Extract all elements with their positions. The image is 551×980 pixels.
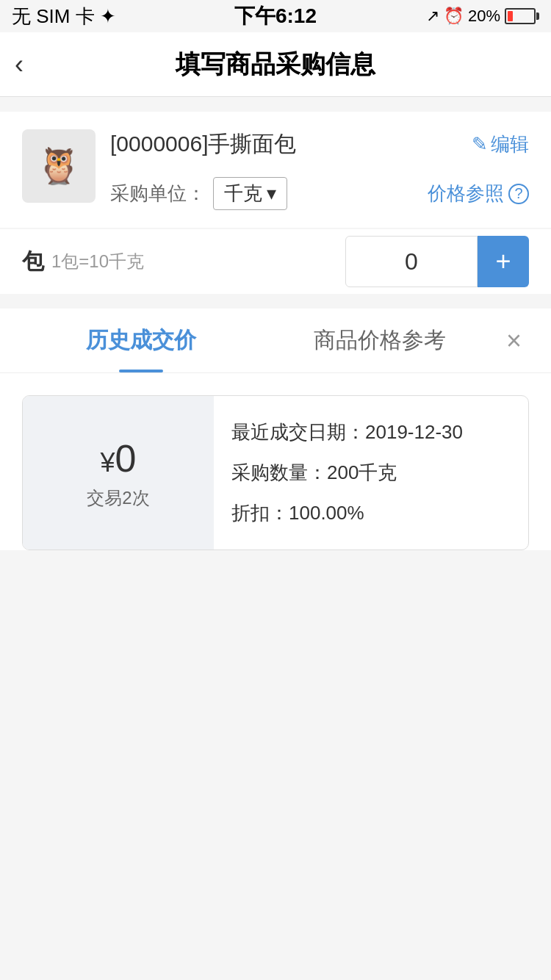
price-left-panel: ¥0 交易2次 <box>23 396 214 550</box>
price-right-panel: 最近成交日期：2019-12-30 采购数量：200千克 折扣：100.00% <box>214 396 528 550</box>
discount-row: 折扣：100.00% <box>231 499 511 527</box>
edit-button[interactable]: ✎ 编辑 <box>472 131 529 157</box>
page-title: 填写商品采购信息 <box>176 48 375 82</box>
quantity-input[interactable]: 0 <box>345 236 478 287</box>
product-card: 🦉 [0000006]手撕面包 ✎ 编辑 采购单位： 千克 ▾ 价格参照 <box>0 112 551 228</box>
status-bar: 无 SIM 卡 ✦ 下午6:12 ↗ ⏰ 20% <box>0 0 551 32</box>
product-header: [0000006]手撕面包 ✎ 编辑 <box>110 129 529 159</box>
price-card: ¥0 交易2次 最近成交日期：2019-12-30 采购数量：200千克 折扣：… <box>22 395 529 550</box>
tab-underline <box>119 370 163 372</box>
alarm-icon: ⏰ <box>444 7 464 26</box>
quantity-row: 包 1包=10千克 0 + <box>0 229 551 294</box>
price-amount: ¥0 <box>101 436 137 480</box>
location-icon: ↗ <box>426 7 439 26</box>
product-name: [0000006]手撕面包 <box>110 129 296 159</box>
price-ref-button[interactable]: 价格参照 ? <box>428 181 529 206</box>
status-time: 下午6:12 <box>234 2 317 30</box>
help-icon: ? <box>508 184 529 204</box>
product-logo-icon: 🦉 <box>37 145 81 187</box>
tab-history-price[interactable]: 历史成交价 <box>22 309 260 372</box>
tabs-section: 历史成交价 商品价格参考 × ¥0 交易2次 最近成交日期：2019-12-30… <box>0 309 551 550</box>
purchase-unit: 采购单位： 千克 ▾ <box>110 177 287 210</box>
price-trades: 交易2次 <box>87 486 149 510</box>
tab-close-button[interactable]: × <box>499 325 529 356</box>
unit-select-dropdown[interactable]: 千克 ▾ <box>213 177 287 210</box>
back-button[interactable]: ‹ <box>15 49 24 80</box>
status-left: 无 SIM 卡 ✦ <box>12 4 116 29</box>
product-thumbnail: 🦉 <box>22 129 96 203</box>
purchase-qty-row: 采购数量：200千克 <box>231 458 511 487</box>
battery-percent: 20% <box>468 7 500 26</box>
product-meta: 采购单位： 千克 ▾ 价格参照 ? <box>110 177 529 210</box>
tabs-header: 历史成交价 商品价格参考 × <box>0 309 551 373</box>
nav-bar: ‹ 填写商品采购信息 <box>0 32 551 97</box>
recent-date-row: 最近成交日期：2019-12-30 <box>231 418 511 447</box>
dropdown-arrow-icon: ▾ <box>267 182 276 205</box>
edit-icon: ✎ <box>472 133 488 156</box>
tab-product-price-ref[interactable]: 商品价格参考 <box>260 309 498 372</box>
status-right: ↗ ⏰ 20% <box>426 7 539 26</box>
main-content <box>0 572 551 980</box>
unit-badge: 包 <box>22 247 44 277</box>
sim-status: 无 SIM 卡 ✦ <box>12 4 116 29</box>
product-details: [0000006]手撕面包 ✎ 编辑 采购单位： 千克 ▾ 价格参照 ? <box>110 129 529 210</box>
quantity-controls: 0 + <box>345 236 529 287</box>
unit-hint: 1包=10千克 <box>51 250 144 273</box>
quantity-plus-button[interactable]: + <box>478 236 529 287</box>
quantity-label: 包 1包=10千克 <box>22 247 144 277</box>
battery-icon <box>505 8 539 24</box>
